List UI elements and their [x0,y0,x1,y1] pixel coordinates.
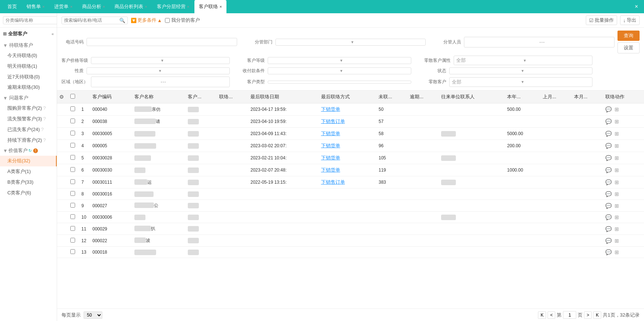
row-checkbox-4[interactable] [70,155,75,160]
chat-icon-10[interactable]: 💬 [605,226,612,232]
chat-icon-8[interactable]: 💬 [605,203,612,209]
last-method-col-header[interactable]: 最后联络方式 [319,91,377,103]
sidebar-item-declining[interactable]: 持续下滑客户(2) ? [0,135,57,146]
chat-icon-3[interactable]: 💬 [605,143,612,149]
nav-tab-customer-contact[interactable]: 客户联络 × [194,0,226,13]
window-close-button[interactable]: × [632,3,641,10]
prev-page-btn[interactable]: < [548,311,555,319]
row-checkbox-10[interactable] [70,226,75,231]
last-method-link-2[interactable]: 下销货单 [321,131,340,136]
search-icon[interactable]: 🔍 [119,18,125,23]
close-customer-mgmt-tab[interactable]: × [187,0,189,13]
value-group-title[interactable]: ▼ 价值客户 ↻ ! [0,145,57,156]
more-icon-8[interactable]: ⊞ [615,203,619,209]
more-icon-5[interactable]: ⊞ [615,167,619,173]
next-page-btn[interactable]: > [584,311,592,319]
sidebar-item-today-pending[interactable]: 今天待联络(0) [0,50,57,61]
last-method-link-6[interactable]: 下销售订单 [321,179,345,185]
last-method-link-3[interactable]: 下销货单 [321,143,340,148]
pending-group-title[interactable]: ▼ 待联络客户 [0,40,57,50]
row-checkbox-6[interactable] [70,179,75,184]
query-button[interactable]: 查询 [617,31,640,41]
more-icon-6[interactable]: ⊞ [615,179,619,185]
status-select[interactable]: ▼ [449,67,592,74]
region-select[interactable]: ··· [91,77,230,87]
sidebar-item-7days-pending[interactable]: 近7天待联络(0) [0,72,57,82]
close-analysis-tab[interactable]: × [103,0,105,13]
chat-icon-0[interactable]: 💬 [605,106,612,112]
gender-select[interactable]: ▼ [87,67,230,74]
customer-type-select[interactable] [268,81,411,84]
last-method-link-0[interactable]: 下销货单 [321,106,340,112]
last-method-link-4[interactable]: 下销货单 [321,155,340,160]
last-month-col-header[interactable]: 上月... [541,91,572,103]
last-date-col-header[interactable]: 最后联络日期 [248,91,319,103]
nav-home[interactable]: 首页 [3,3,21,10]
nav-tab-purchase[interactable]: 进货单 × [50,0,77,13]
sidebar-item-class-a[interactable]: A类客户(1) [0,166,57,177]
row-checkbox-3[interactable] [70,143,75,148]
row-checkbox-2[interactable] [70,131,75,135]
chat-icon-4[interactable]: 💬 [605,155,612,161]
select-all-checkbox[interactable] [70,94,75,99]
chat-icon-1[interactable]: 💬 [605,119,612,124]
more-icon-0[interactable]: ⊞ [615,106,619,112]
close-purchase-tab[interactable]: × [70,0,72,13]
batch-ops-button[interactable]: ☑ 批量操作 [586,15,617,25]
chat-icon-2[interactable]: 💬 [605,131,612,137]
row-checkbox-1[interactable] [70,119,75,123]
sidebar-item-tomorrow-pending[interactable]: 明天待联络(1) [0,61,57,72]
person-select[interactable]: ··· [464,37,615,47]
type-col-header[interactable]: 客户... [186,91,217,103]
last-method-link-1[interactable]: 下销售订单 [321,119,345,124]
overdue-col-header[interactable]: 逾期... [408,91,439,103]
payment-select[interactable]: ▼ [268,67,411,74]
unit-contact-col-header[interactable]: 往来单位联系人 [439,91,505,103]
sidebar-item-overdue-pending[interactable]: 逾期未联络(30) [0,82,57,93]
more-icon-4[interactable]: ⊞ [615,155,619,161]
more-conditions-btn[interactable]: 🔽 更多条件 ▲ [131,17,162,24]
sidebar-item-abnormal[interactable]: 囤购异常客户(2) ? [0,103,57,114]
this-year-col-header[interactable]: 本年... [505,91,540,103]
more-icon-11[interactable]: ⊞ [615,238,619,244]
value-refresh-icon[interactable]: ↻ [28,148,32,153]
person-more-icon[interactable]: ··· [538,38,612,46]
region-more-icon[interactable]: ··· [159,78,228,86]
more-icon-2[interactable]: ⊞ [615,131,619,137]
last-method-link-5[interactable]: 下销货单 [321,167,340,173]
row-checkbox-5[interactable] [70,167,75,172]
page-number-input[interactable] [563,311,576,319]
sidebar-item-class-b[interactable]: B类客户(33) [0,177,57,188]
dept-select[interactable]: ▼ [275,39,426,46]
row-checkbox-12[interactable] [70,249,75,254]
more-icon-7[interactable]: ⊞ [615,191,619,197]
sidebar-item-class-c[interactable]: C类客户(6) [0,188,57,198]
customer-level-select[interactable]: ▼ [268,57,411,64]
chat-icon-9[interactable]: 💬 [605,214,612,220]
phone-input[interactable] [87,38,237,46]
code-col-header[interactable]: 客户编码 [90,91,132,103]
first-page-btn[interactable]: K [538,311,546,319]
chat-icon-12[interactable]: 💬 [605,249,612,255]
close-customer-contact-tab[interactable]: × [219,0,222,13]
search-input[interactable] [64,18,119,23]
this-month-col-header[interactable]: 本月... [572,91,603,103]
all-customers-section[interactable]: ⊞ 全部客户 « [0,28,57,40]
chat-icon-6[interactable]: 💬 [605,179,612,185]
chat-icon-5[interactable]: 💬 [605,167,612,173]
row-checkbox-0[interactable] [70,106,75,111]
reset-button[interactable]: 设置 [617,42,640,53]
problem-group-title[interactable]: ▼ 问题客户 [0,93,57,103]
chat-icon-7[interactable]: 💬 [605,191,612,197]
close-sales-tab[interactable]: × [42,0,45,13]
more-icon-1[interactable]: ⊞ [615,119,619,124]
more-icon-3[interactable]: ⊞ [615,143,619,149]
my-customers-checkbox[interactable] [165,18,170,23]
category-search-input[interactable] [3,16,57,24]
retail-attr-select[interactable]: 全部 ▼ [454,56,592,65]
last-page-btn[interactable]: K [593,311,601,319]
per-page-select[interactable]: 50 100 200 [84,311,102,319]
sidebar-item-churned[interactable]: 已流失客户(24) ? [0,124,57,135]
more-icon-9[interactable]: ⊞ [615,214,619,220]
nav-tab-analysis[interactable]: 商品分析 × [78,0,109,13]
